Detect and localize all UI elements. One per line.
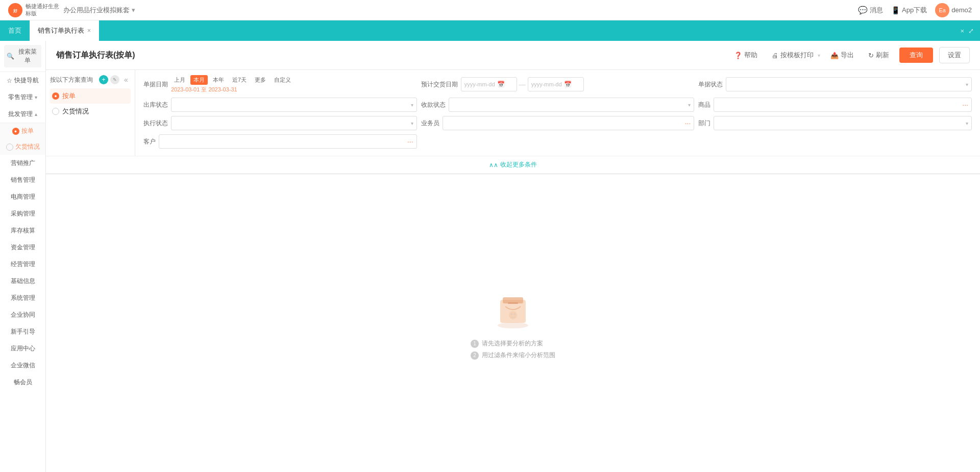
tab-expand-btn[interactable]: ⤢ bbox=[968, 27, 974, 35]
sidebar-item-wechat[interactable]: 企业微信 bbox=[0, 357, 45, 374]
date-range-display: 2023-03-01 至 2023-03-31 bbox=[171, 86, 417, 93]
search-menu-btn[interactable]: 🔍 搜索菜单 bbox=[4, 45, 41, 67]
user-menu[interactable]: Ea demo2 bbox=[935, 3, 972, 17]
header-right: 💬 消息 📱 App下载 Ea demo2 bbox=[858, 3, 972, 17]
svg-point-6 bbox=[509, 311, 517, 319]
sidebar-item-basic[interactable]: 基础信息 bbox=[0, 273, 45, 290]
sidebar-item-retail[interactable]: 零售管理 ▾ bbox=[0, 89, 45, 106]
nav-title[interactable]: 办公用品行业模拟账套 ▾ bbox=[63, 6, 135, 15]
export-btn[interactable]: 📤 导出 bbox=[826, 49, 858, 62]
empty-state: 1 请先选择要分析的方案 2 用过滤条件来缩小分析范围 bbox=[471, 287, 555, 360]
sidebar-item-sales[interactable]: 销售管理 bbox=[0, 172, 45, 188]
payment-field-wrap: 收款状态 ▾ bbox=[421, 98, 695, 112]
date-tab-7days[interactable]: 近7天 bbox=[229, 75, 250, 85]
date-tab-custom[interactable]: 自定义 bbox=[271, 75, 294, 85]
query-btn[interactable]: 查询 bbox=[899, 48, 933, 63]
payment-status-select[interactable]: ▾ bbox=[449, 98, 695, 112]
scheme-edit-btn[interactable]: ✎ bbox=[110, 75, 119, 84]
svg-rect-5 bbox=[508, 302, 518, 304]
print-btn[interactable]: 🖨 按模板打印 bbox=[768, 49, 818, 62]
quick-nav-btn[interactable]: ☆ 快捷导航 bbox=[0, 72, 45, 89]
dept-select[interactable]: ▾ bbox=[714, 116, 972, 130]
sidebar-item-inventory[interactable]: 库存核算 bbox=[0, 222, 45, 239]
retail-label: 零售管理 bbox=[8, 93, 33, 102]
help-btn[interactable]: ❓ 帮助 bbox=[730, 49, 762, 62]
goods-dots-icon: ··· bbox=[962, 101, 968, 109]
print-icon: 🖨 bbox=[772, 52, 778, 59]
date-tab-this-year[interactable]: 本年 bbox=[210, 75, 227, 85]
sidebar-item-finance[interactable]: 资金管理 bbox=[0, 239, 45, 256]
right-filter-panel: 单据日期 上月 本月 本年 近7天 更多 自定义 20 bbox=[135, 70, 980, 156]
exec-status-select[interactable]: ▾ bbox=[171, 116, 417, 130]
results-area: 1 请先选择要分析的方案 2 用过滤条件来缩小分析范围 bbox=[46, 175, 980, 472]
exec-dropdown-icon: ▾ bbox=[411, 121, 413, 126]
sidebar: 🔍 搜索菜单 ☆ 快捷导航 零售管理 ▾ 批发管理 ▴ ● 按单 欠货情 bbox=[0, 41, 46, 472]
refresh-btn[interactable]: ↻ 刷新 bbox=[864, 49, 893, 62]
app-download-btn[interactable]: 📱 App下载 bbox=[891, 6, 927, 15]
settings-btn[interactable]: 设置 bbox=[939, 47, 970, 63]
sidebar-item-guide[interactable]: 新手引导 bbox=[0, 323, 45, 340]
tab-close-icon[interactable]: × bbox=[87, 27, 91, 34]
date-tab-more[interactable]: 更多 bbox=[252, 75, 269, 85]
message-icon: 💬 bbox=[858, 6, 868, 15]
page-header: 销售订单执行表(按单) ❓ 帮助 🖨 按模板打印 ▾ 📤 导出 bbox=[46, 41, 980, 70]
sidebar-item-system[interactable]: 系统管理 bbox=[0, 290, 45, 306]
page-actions: ❓ 帮助 🖨 按模板打印 ▾ 📤 导出 ↻ 刷新 bbox=[730, 47, 970, 63]
collapse-bar[interactable]: ∧∧ 收起更多条件 bbox=[46, 156, 980, 173]
content-area: 销售订单执行表(按单) ❓ 帮助 🖨 按模板打印 ▾ 📤 导出 bbox=[46, 41, 980, 472]
date-field-wrap: 单据日期 上月 本月 本年 近7天 更多 自定义 20 bbox=[143, 75, 417, 93]
sidebar-item-member[interactable]: 畅会员 bbox=[0, 374, 45, 391]
sub-item-icon2 bbox=[6, 144, 13, 151]
main-layout: 🔍 搜索菜单 ☆ 快捷导航 零售管理 ▾ 批发管理 ▴ ● 按单 欠货情 bbox=[0, 41, 980, 472]
wholesale-arrow: ▴ bbox=[35, 111, 37, 117]
sidebar-sub-menu: ● 按单 欠货情况 bbox=[0, 123, 45, 155]
date-tabs: 上月 本月 本年 近7天 更多 自定义 bbox=[171, 75, 417, 85]
goods-field-wrap: 商品 ··· bbox=[698, 98, 972, 112]
sidebar-item-purchase[interactable]: 采购管理 bbox=[0, 205, 45, 222]
salesperson-select[interactable]: ··· bbox=[443, 116, 695, 130]
sidebar-item-marketing[interactable]: 营销推广 bbox=[0, 155, 45, 172]
shipment-status-select[interactable]: ▾ bbox=[171, 98, 417, 112]
sidebar-item-wholesale[interactable]: 批发管理 ▴ bbox=[0, 106, 45, 123]
tab-active[interactable]: 销售订单执行表 × bbox=[30, 20, 99, 41]
expected-date-start[interactable]: yyyy-mm-dd 📅 bbox=[461, 77, 517, 91]
empty-icon bbox=[490, 287, 536, 333]
app-icon: 📱 bbox=[891, 6, 900, 14]
logo-area: 好 畅捷通好生意 标版 bbox=[8, 3, 59, 17]
sidebar-item-ecommerce[interactable]: 电商管理 bbox=[0, 188, 45, 205]
print-dropdown-arrow[interactable]: ▾ bbox=[818, 53, 820, 58]
scheme-item-shortage[interactable]: 欠货情况 bbox=[50, 104, 131, 119]
payment-dropdown-icon: ▾ bbox=[688, 102, 691, 108]
filter-inner: 按以下方案查询 + ✎ « ● 按单 欠货情况 bbox=[46, 70, 980, 156]
print-btn-group: 🖨 按模板打印 ▾ bbox=[768, 49, 820, 62]
status-select[interactable]: ▾ bbox=[726, 77, 972, 91]
sub-item-icon: ● bbox=[12, 128, 19, 135]
scheme-item-order[interactable]: ● 按单 bbox=[50, 88, 131, 104]
message-btn[interactable]: 💬 消息 bbox=[858, 6, 883, 15]
tab-home[interactable]: 首页 bbox=[0, 20, 30, 41]
status-field-wrap: 单据状态 ▾ bbox=[698, 75, 972, 93]
export-icon: 📤 bbox=[830, 52, 839, 59]
scheme-add-btn[interactable]: + bbox=[99, 75, 108, 84]
expected-date-end[interactable]: yyyy-mm-dd 📅 bbox=[528, 77, 584, 91]
sidebar-item-collab[interactable]: 企业协同 bbox=[0, 306, 45, 323]
customer-select[interactable]: ··· bbox=[159, 134, 417, 149]
date-tab-this-month[interactable]: 本月 bbox=[190, 75, 208, 85]
sidebar-sub-item-shortage[interactable]: 欠货情况 bbox=[0, 139, 45, 155]
dept-dropdown-icon: ▾ bbox=[966, 121, 968, 126]
svg-point-2 bbox=[498, 322, 528, 328]
tab-bar: 首页 销售订单执行表 × × ⤢ bbox=[0, 20, 980, 41]
sidebar-sub-item-order[interactable]: ● 按单 bbox=[0, 123, 45, 139]
svg-text:好: 好 bbox=[13, 9, 18, 13]
empty-step-1: 1 请先选择要分析的方案 bbox=[471, 339, 555, 348]
sidebar-item-operation[interactable]: 经营管理 bbox=[0, 256, 45, 273]
scheme-actions: + ✎ « bbox=[99, 75, 131, 84]
scheme-panel-header: 按以下方案查询 + ✎ « bbox=[50, 75, 131, 84]
tab-close-btn[interactable]: × bbox=[960, 27, 964, 35]
sidebar-item-appcenter[interactable]: 应用中心 bbox=[0, 340, 45, 357]
date-field-content: 上月 本月 本年 近7天 更多 自定义 2023-03-01 至 2023-03… bbox=[171, 75, 417, 93]
salesperson-field-wrap: 业务员 ··· bbox=[421, 116, 695, 130]
scheme-collapse-btn[interactable]: « bbox=[121, 75, 131, 84]
goods-select[interactable]: ··· bbox=[714, 98, 972, 112]
date-tab-last-month[interactable]: 上月 bbox=[171, 75, 188, 85]
